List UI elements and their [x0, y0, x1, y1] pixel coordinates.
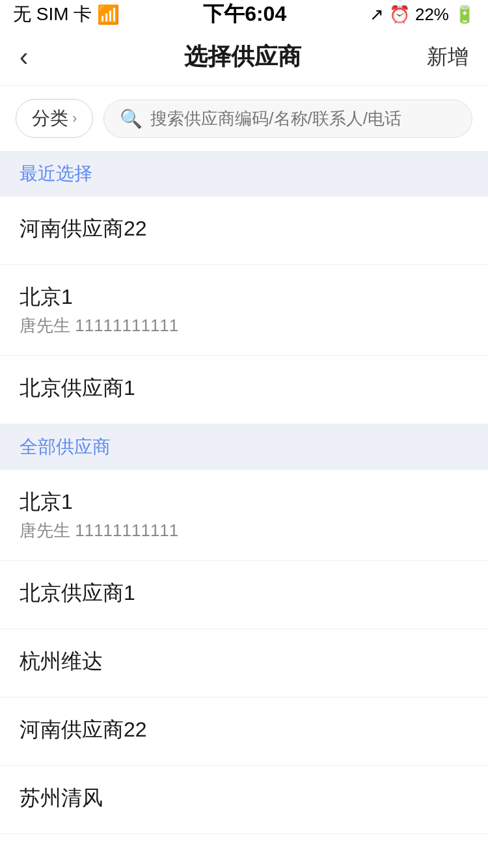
- search-icon: 🔍: [120, 108, 142, 129]
- search-box: 🔍: [103, 100, 472, 138]
- supplier-list: 最近选择河南供应商22北京1唐先生 11111111111北京供应商1全部供应商…: [0, 151, 488, 834]
- section-header-0: 最近选择: [0, 151, 488, 197]
- list-item[interactable]: 河南供应商22: [0, 698, 488, 766]
- status-left: 无 SIM 卡 📶: [13, 2, 120, 27]
- list-item[interactable]: 北京1唐先生 11111111111: [0, 470, 488, 561]
- status-bar: 无 SIM 卡 📶 下午6:04 ↗ ⏰ 22% 🔋: [0, 0, 488, 29]
- list-item[interactable]: 北京1唐先生 11111111111: [0, 265, 488, 356]
- sim-status: 无 SIM 卡: [13, 2, 92, 27]
- location-icon: ↗: [370, 5, 384, 25]
- item-name: 北京1: [20, 488, 468, 517]
- section-header-text-0: 最近选择: [20, 163, 92, 183]
- list-item[interactable]: 北京供应商1: [0, 561, 488, 629]
- item-name: 河南供应商22: [20, 215, 468, 243]
- nav-bar: ‹ 选择供应商 新增: [0, 29, 488, 86]
- filter-bar: 分类 › 🔍: [0, 86, 488, 151]
- list-item[interactable]: 杭州维达: [0, 629, 488, 698]
- back-button[interactable]: ‹: [20, 42, 59, 72]
- item-name: 北京供应商1: [20, 579, 468, 608]
- search-input[interactable]: [150, 109, 456, 129]
- section-header-1: 全部供应商: [0, 424, 488, 470]
- item-detail: 唐先生 11111111111: [20, 519, 468, 542]
- item-detail: 唐先生 11111111111: [20, 314, 468, 337]
- wifi-icon: 📶: [97, 4, 120, 25]
- item-name: 北京1: [20, 283, 468, 312]
- list-item[interactable]: 苏州清风: [0, 766, 488, 834]
- page-title: 选择供应商: [184, 41, 301, 73]
- section-header-text-1: 全部供应商: [20, 437, 111, 457]
- item-name: 北京供应商1: [20, 374, 468, 403]
- alarm-icon: ⏰: [389, 5, 410, 25]
- list-item[interactable]: 北京供应商1: [0, 356, 488, 424]
- battery-icon: 🔋: [454, 5, 475, 25]
- item-name: 苏州清风: [20, 784, 468, 813]
- category-filter-button[interactable]: 分类 ›: [16, 99, 93, 138]
- battery-percent: 22%: [415, 5, 449, 25]
- item-name: 杭州维达: [20, 647, 468, 676]
- list-item[interactable]: 河南供应商22: [0, 197, 488, 265]
- add-button[interactable]: 新增: [427, 43, 468, 72]
- status-right: ↗ ⏰ 22% 🔋: [370, 5, 475, 25]
- status-time: 下午6:04: [203, 0, 286, 29]
- category-label: 分类: [32, 106, 68, 131]
- chevron-right-icon: ›: [72, 110, 77, 127]
- item-name: 河南供应商22: [20, 716, 468, 744]
